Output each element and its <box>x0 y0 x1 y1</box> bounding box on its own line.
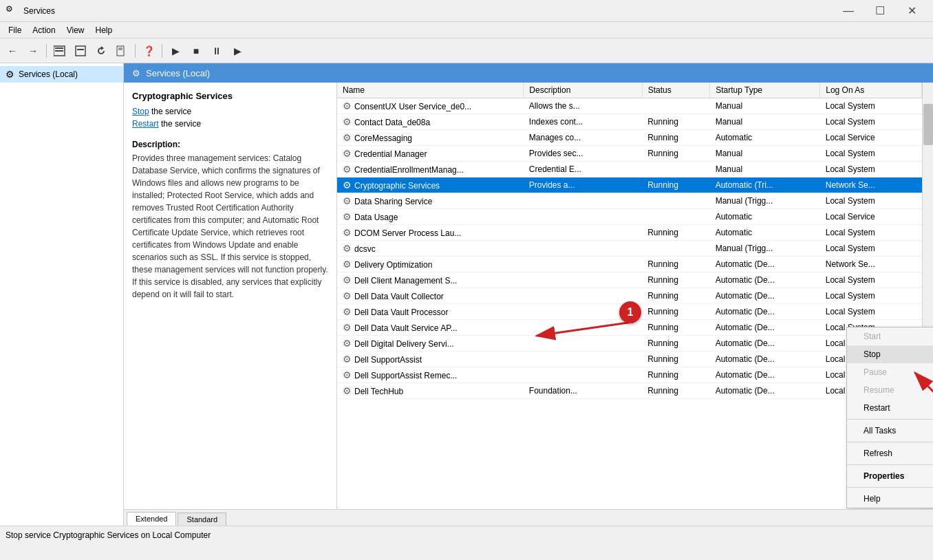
service-name-cell: ⚙CoreMessaging <box>337 130 524 146</box>
service-icon: ⚙ <box>343 100 352 111</box>
ctx-help[interactable]: Help <box>847 490 933 508</box>
toolbar-forward[interactable]: → <box>23 41 43 61</box>
service-startup-cell: Automatic (De... <box>710 336 820 352</box>
svg-rect-4 <box>77 49 84 50</box>
table-row[interactable]: ⚙Data UsageAutomaticLocal Service <box>337 209 922 225</box>
service-icon: ⚙ <box>343 306 352 317</box>
col-name[interactable]: Name <box>337 83 524 98</box>
service-icon: ⚙ <box>343 243 352 254</box>
restart-link[interactable]: Restart <box>132 119 159 129</box>
toolbar-back[interactable]: ← <box>3 41 22 61</box>
service-icon: ⚙ <box>343 116 352 127</box>
service-status-cell: Running <box>642 367 709 383</box>
table-row[interactable]: ⚙Dell SupportAssistRunningAutomatic (De.… <box>337 352 922 367</box>
service-logon-cell: Local System <box>820 241 922 257</box>
table-row[interactable]: ⚙dcsvcManual (Trigg...Local System <box>337 241 922 257</box>
service-icon: ⚙ <box>343 259 352 270</box>
menu-view[interactable]: View <box>61 24 90 36</box>
service-icon: ⚙ <box>343 132 352 143</box>
ctx-refresh[interactable]: Refresh <box>847 444 933 462</box>
table-row[interactable]: ⚙Dell SupportAssist Remec...RunningAutom… <box>337 367 922 383</box>
service-status-cell <box>642 193 709 209</box>
tab-extended[interactable]: Extended <box>127 512 176 526</box>
minimize-button[interactable]: — <box>833 0 864 22</box>
tab-standard[interactable]: Standard <box>178 513 226 526</box>
table-row[interactable]: ⚙CoreMessagingManages co...RunningAutoma… <box>337 130 922 146</box>
table-row[interactable]: ⚙DCOM Server Process Lau...RunningAutoma… <box>337 225 922 241</box>
table-row[interactable]: ⚙Dell Digital Delivery Servi...RunningAu… <box>337 336 922 352</box>
ctx-sep4 <box>847 487 933 488</box>
nav-services-local[interactable]: ⚙ Services (Local) <box>0 66 123 83</box>
table-row[interactable]: ⚙Dell TechHubFoundation...RunningAutomat… <box>337 383 922 399</box>
ctx-stop[interactable]: Stop <box>847 345 933 363</box>
service-icon: ⚙ <box>343 195 352 206</box>
scrollbar-thumb[interactable] <box>923 104 933 145</box>
service-icon: ⚙ <box>343 385 352 396</box>
ctx-properties[interactable]: Properties <box>847 467 933 485</box>
service-logon-cell: Local Service <box>820 209 922 225</box>
services-table-container[interactable]: Name Description Status Startup Type Log… <box>337 83 922 509</box>
service-startup-cell: Manual (Trigg... <box>710 241 820 257</box>
table-row[interactable]: ⚙CredentialEnrollmentManag...Credential … <box>337 162 922 177</box>
service-icon: ⚙ <box>343 227 352 238</box>
title-bar: ⚙ Services — ☐ ✕ <box>0 0 933 22</box>
service-name-cell: ⚙Dell TechHub <box>337 383 524 399</box>
toolbar-up[interactable] <box>71 41 90 61</box>
desc-text: Provides three management services: Cata… <box>132 152 328 301</box>
svg-rect-3 <box>76 46 85 56</box>
service-startup-cell: Manual <box>710 146 820 162</box>
table-row[interactable]: ⚙Dell Client Management S...RunningAutom… <box>337 272 922 288</box>
table-row[interactable]: ⚙ConsentUX User Service_de0...Allows the… <box>337 98 922 114</box>
toolbar-export[interactable] <box>112 41 131 61</box>
table-row[interactable]: ⚙Cryptographic ServicesProvides a...Runn… <box>337 177 922 193</box>
svg-rect-1 <box>55 47 63 49</box>
toolbar-play[interactable]: ▶ <box>166 41 185 61</box>
restart-link-line: Restart the service <box>132 119 328 129</box>
toolbar-help[interactable]: ❓ <box>139 41 158 61</box>
service-name-cell: ⚙Dell Data Vault Collector <box>337 288 524 304</box>
service-logon-cell: Network Se... <box>820 257 922 272</box>
ctx-restart[interactable]: Restart <box>847 399 933 417</box>
desc-title: Description: <box>132 140 328 149</box>
col-status[interactable]: Status <box>642 83 709 98</box>
table-row[interactable]: ⚙Credential ManagerProvides sec...Runnin… <box>337 146 922 162</box>
table-row[interactable]: ⚙Data Sharing ServiceManual (Trigg...Loc… <box>337 193 922 209</box>
stop-link[interactable]: Stop <box>132 107 149 116</box>
toolbar-refresh[interactable] <box>92 41 111 61</box>
maximize-button[interactable]: ☐ <box>864 0 896 22</box>
menu-bar: File Action View Help <box>0 22 933 39</box>
status-bar: Stop service Cryptographic Services on L… <box>0 526 933 543</box>
service-icon: ⚙ <box>343 148 352 159</box>
col-desc[interactable]: Description <box>524 83 642 98</box>
toolbar-resume[interactable]: ▶ <box>228 41 247 61</box>
close-button[interactable]: ✕ <box>896 0 927 22</box>
toolbar-stop[interactable]: ■ <box>186 41 206 61</box>
col-startup[interactable]: Startup Type <box>710 83 820 98</box>
service-name-cell: ⚙Dell Digital Delivery Servi... <box>337 336 524 352</box>
ctx-all-tasks[interactable]: All Tasks <box>847 422 933 440</box>
service-logon-cell: Local System <box>820 288 922 304</box>
service-name-cell: ⚙Contact Data_de08a <box>337 114 524 130</box>
action-links: Stop the service Restart the service <box>132 107 328 129</box>
menu-file[interactable]: File <box>3 24 27 36</box>
menu-action[interactable]: Action <box>27 24 61 36</box>
service-icon: ⚙ <box>343 180 352 191</box>
service-desc-cell <box>524 193 642 209</box>
table-row[interactable]: ⚙Delivery OptimizationRunningAutomatic (… <box>337 257 922 272</box>
table-row[interactable]: ⚙Contact Data_de08aIndexes cont...Runnin… <box>337 114 922 130</box>
service-startup-cell: Automatic (De... <box>710 367 820 383</box>
ctx-sep3 <box>847 464 933 465</box>
service-name-cell: ⚙Dell SupportAssist Remec... <box>337 367 524 383</box>
service-desc-cell: Manages co... <box>524 130 642 146</box>
ctx-start: Start <box>847 327 933 345</box>
service-status-cell <box>642 98 709 114</box>
toolbar-show-hide[interactable] <box>50 41 69 61</box>
content-header-title: Services (Local) <box>146 68 210 78</box>
service-name-cell: ⚙Credential Manager <box>337 146 524 162</box>
toolbar-pause[interactable]: ⏸ <box>207 41 226 61</box>
service-desc-cell <box>524 241 642 257</box>
service-startup-cell: Automatic (De... <box>710 320 820 336</box>
menu-help[interactable]: Help <box>90 24 118 36</box>
service-startup-cell: Automatic (De... <box>710 257 820 272</box>
col-logon[interactable]: Log On As <box>820 83 922 98</box>
